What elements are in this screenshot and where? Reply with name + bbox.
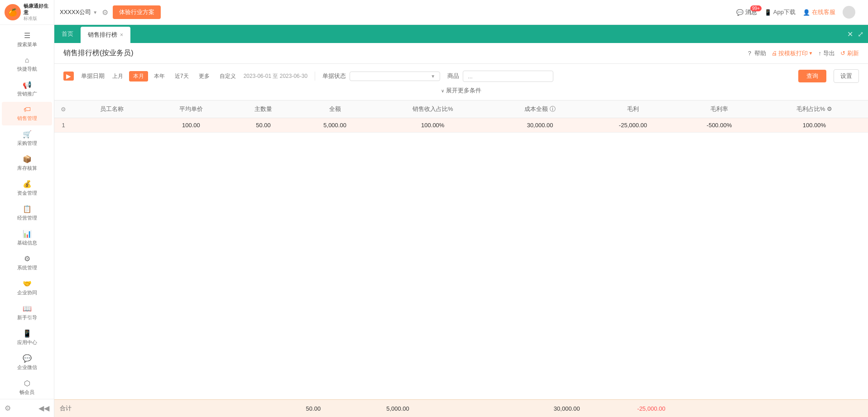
sidebar-item-app-center[interactable]: 📱 应用中心 bbox=[2, 326, 52, 350]
topbar-settings-icon[interactable]: ⚙ bbox=[102, 8, 108, 17]
basic-info-icon: 📊 bbox=[23, 230, 32, 238]
refresh-btn[interactable]: ↺ 刷新 bbox=[840, 49, 859, 58]
th-amount: 全额 bbox=[296, 101, 374, 118]
app-download-icon: 📱 bbox=[764, 9, 772, 16]
sidebar-item-operation[interactable]: 📋 经营管理 bbox=[2, 201, 52, 225]
help-icon: ？ bbox=[747, 49, 753, 58]
sidebar-item-basic-info[interactable]: 📊 基础信息 bbox=[2, 226, 52, 250]
user-avatar[interactable] bbox=[843, 6, 855, 19]
tab-home-label: 首页 bbox=[62, 30, 73, 38]
sidebar-item-marketing[interactable]: 📢 营销推广 bbox=[2, 77, 52, 101]
online-service-btn[interactable]: 👤 在线客服 bbox=[803, 8, 835, 16]
th-sales-pct: 销售收入占比% bbox=[374, 101, 492, 118]
weixin-icon: 💬 bbox=[23, 354, 32, 363]
sidebar-item-quick-nav[interactable]: ⌂ 快捷导航 bbox=[2, 53, 52, 76]
tab-expand-icon[interactable]: ⤢ bbox=[858, 30, 863, 38]
tab-sales-ranking-label: 销售排行榜 bbox=[88, 31, 117, 39]
sidebar-nav: ☰ 搜索菜单 ⌂ 快捷导航 📢 营销推广 🏷 销售管理 🛒 采购管理 📦 库存核… bbox=[0, 25, 54, 399]
expand-icon: ∨ bbox=[441, 88, 444, 93]
date-range: 2023-06-01 至 2023-06-30 bbox=[244, 72, 307, 80]
page-actions: ？ 帮助 🖨 按模板打印 ▼ ↑ 导出 ↺ 刷新 bbox=[747, 49, 859, 58]
table-footer: 合计 50.00 5,000.00 30,000.00 -25,000.00 bbox=[54, 399, 868, 417]
trial-btn[interactable]: 体验行业方案 bbox=[113, 5, 161, 19]
date-options: 上月 本月 本年 近7天 更多 自定义 bbox=[108, 71, 240, 81]
app-logo: 🍊 畅康通好生意 标准版 bbox=[0, 0, 54, 25]
filter-collapse-btn[interactable]: ▶ bbox=[63, 72, 74, 81]
member-icon: ⬡ bbox=[24, 379, 30, 388]
message-icon: 💬 bbox=[736, 9, 743, 16]
sidebar-item-inventory[interactable]: 📦 库存核算 bbox=[2, 151, 52, 175]
date-option-more[interactable]: 更多 bbox=[195, 71, 214, 81]
date-option-custom[interactable]: 自定义 bbox=[216, 71, 240, 81]
data-table-container: ⚙ 员工名称 平均单价 主数量 全额 销售收入占比% 成本全额 ⓘ 毛利 毛利率… bbox=[54, 101, 868, 399]
message-badge: 99+ bbox=[750, 5, 762, 11]
quick-nav-icon: ⌂ bbox=[25, 56, 29, 64]
filter-bar: ▶ 单据日期 上月 本月 本年 近7天 更多 自定义 2023-06-01 至 … bbox=[54, 64, 868, 101]
topbar: XXXXX公司 ▼ ⚙ 体验行业方案 💬 消息 99+ 📱 App下载 👤 在线… bbox=[54, 0, 868, 25]
footer-cost: 30,000.00 bbox=[524, 405, 609, 412]
filter-row-1: ▶ 单据日期 上月 本月 本年 近7天 更多 自定义 2023-06-01 至 … bbox=[63, 69, 859, 83]
expand-filter-btn[interactable]: ∨ 展开更多条件 bbox=[63, 86, 859, 95]
print-btn[interactable]: 🖨 按模板打印 ▼ bbox=[772, 49, 813, 58]
service-icon: 👤 bbox=[803, 9, 810, 16]
sidebar-item-weixin[interactable]: 💬 企业微信 bbox=[2, 350, 52, 374]
app-name: 畅康通好生意 bbox=[24, 3, 49, 16]
footer-profit: -25,000.00 bbox=[609, 405, 694, 412]
th-name: 员工名称 bbox=[72, 101, 152, 118]
refresh-icon: ↺ bbox=[840, 50, 845, 57]
cooperation-icon: 🤝 bbox=[23, 279, 32, 288]
footer-label: 合计 bbox=[60, 404, 187, 412]
cell-profit: -25,000.00 bbox=[588, 118, 678, 133]
sidebar-item-search[interactable]: ☰ 搜索菜单 bbox=[2, 28, 52, 52]
filter-date-item: 单据日期 上月 本月 本年 近7天 更多 自定义 2023-06-01 至 20… bbox=[81, 71, 307, 81]
filter-settings-btn[interactable]: 设置 bbox=[834, 69, 859, 83]
operation-icon: 📋 bbox=[23, 205, 32, 213]
th-settings[interactable]: ⚙ bbox=[54, 101, 72, 118]
guide-icon: 📖 bbox=[23, 304, 32, 313]
filter-goods-item: 商品 ... bbox=[447, 71, 553, 82]
goods-input[interactable]: ... bbox=[463, 71, 553, 82]
sidebar-item-cooperation[interactable]: 🤝 企业协同 bbox=[2, 276, 52, 300]
message-btn[interactable]: 💬 消息 99+ bbox=[736, 8, 757, 16]
sidebar-item-system[interactable]: ⚙ 系统管理 bbox=[2, 251, 52, 275]
sidebar: 🍊 畅康通好生意 标准版 ☰ 搜索菜单 ⌂ 快捷导航 📢 营销推广 🏷 销售管理… bbox=[0, 0, 54, 417]
export-icon: ↑ bbox=[819, 50, 822, 57]
sidebar-item-member[interactable]: ⬡ 畅会员 bbox=[2, 375, 52, 399]
sidebar-item-purchase[interactable]: 🛒 采购管理 bbox=[2, 126, 52, 150]
cell-name bbox=[72, 118, 152, 133]
date-label: 单据日期 bbox=[81, 72, 105, 80]
expand-label: 展开更多条件 bbox=[446, 86, 481, 95]
refresh-label: 刷新 bbox=[847, 49, 859, 58]
app-download-btn[interactable]: 📱 App下载 bbox=[764, 8, 796, 16]
help-label: 帮助 bbox=[754, 49, 766, 58]
tab-close-icon[interactable]: × bbox=[120, 32, 123, 38]
tab-home[interactable]: 首页 bbox=[54, 25, 81, 43]
table-header-row: ⚙ 员工名称 平均单价 主数量 全额 销售收入占比% 成本全额 ⓘ 毛利 毛利率… bbox=[54, 101, 868, 118]
date-option-this-year[interactable]: 本年 bbox=[150, 71, 169, 81]
date-option-this-month[interactable]: 本月 bbox=[129, 71, 148, 81]
export-btn[interactable]: ↑ 导出 bbox=[819, 49, 835, 58]
content-area: 销售排行榜(按业务员) ？ 帮助 🖨 按模板打印 ▼ ↑ 导出 ↺ 刷新 bbox=[54, 43, 868, 417]
status-select[interactable]: ▼ bbox=[350, 72, 440, 81]
tabbar: 首页 销售排行榜 × ✕ ⤢ bbox=[54, 25, 868, 43]
filter-status-item: 单据状态 ▼ bbox=[322, 72, 440, 81]
settings-footer-icon[interactable]: ⚙ bbox=[5, 404, 11, 412]
help-btn[interactable]: ？ 帮助 bbox=[747, 49, 766, 58]
collapse-icon[interactable]: ◀◀ bbox=[38, 404, 49, 412]
cell-rank: 1 bbox=[54, 118, 72, 133]
sidebar-item-guide[interactable]: 📖 新手引导 bbox=[2, 301, 52, 325]
sidebar-item-sales[interactable]: 🏷 销售管理 bbox=[2, 102, 52, 125]
query-btn[interactable]: 查询 bbox=[798, 70, 826, 82]
status-dropdown-arrow: ▼ bbox=[431, 74, 435, 79]
tab-sales-ranking[interactable]: 销售排行榜 × bbox=[81, 27, 130, 43]
date-option-last-month[interactable]: 上月 bbox=[108, 71, 127, 81]
cell-profit-rate: -500.00% bbox=[678, 118, 761, 133]
company-selector[interactable]: XXXXX公司 ▼ bbox=[60, 8, 97, 16]
date-option-7days[interactable]: 近7天 bbox=[171, 71, 193, 81]
sidebar-item-finance[interactable]: 💰 资金管理 bbox=[2, 176, 52, 200]
tab-close-all-icon[interactable]: ✕ bbox=[847, 30, 853, 38]
th-profit: 毛利 bbox=[588, 101, 678, 118]
app-version: 标准版 bbox=[24, 15, 49, 22]
cell-qty: 50.00 bbox=[230, 118, 296, 133]
page-header: 销售排行榜(按业务员) ？ 帮助 🖨 按模板打印 ▼ ↑ 导出 ↺ 刷新 bbox=[54, 43, 868, 64]
